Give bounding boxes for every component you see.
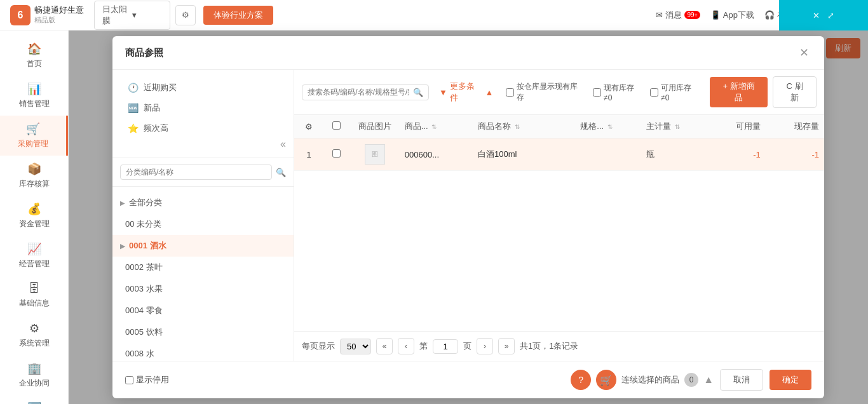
row-code-cell: 000600... [400,138,473,171]
warehouse-stock-checkbox[interactable] [506,88,514,97]
message-nav-item[interactable]: ✉ 消息 99+ [656,10,700,21]
quick-item-frequent[interactable]: ⭐ 频次高 [120,118,286,138]
sales-icon: 📊 [27,82,41,96]
sidebar-item-operation[interactable]: 📈 经营管理 [0,236,68,276]
message-badge: 99+ [684,11,700,19]
checkbox-current-stock[interactable]: 现有库存≠0 [593,83,642,102]
logo-area: 6 畅捷通好生意 精品版 [10,5,84,25]
col-check-header [323,115,349,138]
filter-icon: ▼ [439,88,447,97]
headset-icon: 🎧 [764,10,775,20]
cart-count-badge: 0 [684,373,698,387]
sidebar-item-home[interactable]: 🏠 首页 [0,36,68,76]
col-name-header[interactable]: 商品名称 ⇅ [473,115,575,138]
category-search-input[interactable] [120,165,272,180]
last-page-button[interactable]: » [498,338,515,354]
checkbox-available-stock[interactable]: 可用库存≠0 [650,83,700,102]
category-item-all[interactable]: ▶ 全部分类 [112,192,294,213]
category-item-00[interactable]: 00 未分类 [112,213,294,235]
modal-footer: 显示停用 ? 🛒 连续选择的商品 0 ▲ 取消 确定 [112,361,824,398]
col-num-header: ⚙ [294,115,323,138]
left-sidebar: 🏠 首页 📊 销售管理 🛒 采购管理 📦 库存核算 💰 资金管理 📈 经营管理 … [0,30,69,404]
col-unit-header[interactable]: 主计量 ⇅ [641,115,700,138]
row-name-cell: 白酒100ml [473,138,575,171]
expand-icon[interactable]: ⤢ [827,11,834,20]
sidebar-item-guide[interactable]: 🆕 新手引导 [0,395,68,404]
sort-unit-icon: ⇅ [675,123,680,130]
settings-col-icon[interactable]: ⚙ [305,122,313,131]
cart-area: ? 🛒 连续选择的商品 0 ▲ [571,370,714,390]
sidebar-item-finance[interactable]: 💰 资金管理 [0,196,68,236]
sidebar-item-basic[interactable]: 🗄 基础信息 [0,276,68,315]
settings-icon[interactable]: ⚙ [175,5,196,25]
trial-button[interactable]: 体验行业方案 [203,6,273,25]
search-icon[interactable]: 🔍 [413,88,423,97]
star-icon: ⭐ [128,123,139,133]
page-size-select[interactable]: 50 [340,339,371,354]
current-stock-checkbox[interactable] [593,88,601,97]
show-disabled-area: 显示停用 [125,374,169,386]
cart-icon[interactable]: 🛒 [596,370,616,390]
collapse-cart-button[interactable]: ▲ [703,374,714,386]
content-area: 查询 设置 刷新 商品参照 ✕ 🕐 [69,30,868,404]
current-page-input[interactable] [433,339,458,354]
product-reference-modal: 商品参照 ✕ 🕐 近期购买 🆕 [112,36,824,398]
sort-code-icon: ⇅ [431,123,437,130]
category-item-0003[interactable]: 0003 水果 [112,278,294,300]
category-search-area: 🔍 [112,158,294,187]
sidebar-item-sales[interactable]: 📊 销售管理 [0,76,68,116]
home-icon: 🏠 [27,42,41,56]
row-checkbox[interactable] [332,149,341,158]
next-page-button[interactable]: › [477,338,493,354]
row-num-cell: 1 [294,138,323,171]
category-item-0002[interactable]: 0002 茶叶 [112,257,294,278]
modal-toolbar: 🔍 ▼ 更多条件 ▲ 按仓库显示现有库存 [294,70,824,115]
branch-selector[interactable]: 日太阳膜 ▾ [94,1,170,30]
row-unit-cell: 瓶 [641,138,700,171]
basic-icon: 🗄 [29,282,40,295]
add-product-button[interactable]: + 新增商品 [710,77,768,107]
cancel-button[interactable]: 取消 [720,369,763,391]
stock-icon: 📦 [27,162,41,176]
sidebar-item-system[interactable]: ⚙ 系统管理 [0,315,68,355]
logo-text: 畅捷通好生意 精品版 [34,5,84,25]
sidebar-item-enterprise[interactable]: 🏢 企业协同 [0,355,68,395]
category-item-0004[interactable]: 0004 零食 [112,300,294,321]
product-search-input[interactable] [308,88,409,97]
purchase-icon: 🛒 [26,122,40,136]
select-all-checkbox[interactable] [332,121,341,130]
more-filter-button[interactable]: ▼ 更多条件 ▲ [434,78,498,106]
quick-item-recent[interactable]: 🕐 近期购买 [120,77,286,98]
sidebar-item-stock[interactable]: 📦 库存核算 [0,156,68,196]
collapse-left-panel-button[interactable]: « [280,138,286,150]
row-stock-cell: -1 [766,138,824,171]
modal-close-button[interactable]: ✕ [796,45,811,60]
col-spec-header[interactable]: 规格... ⇅ [575,115,641,138]
checkbox-warehouse-stock[interactable]: 按仓库显示现有库存 [506,81,585,103]
col-stock-header: 现存量 [766,115,824,138]
logo-icon: 6 [10,5,31,25]
app-download-item[interactable]: 📱 App下载 [710,10,754,21]
category-item-0001[interactable]: ▶ 0001 酒水 [112,235,294,257]
refresh-button[interactable]: C 刷新 [773,76,817,108]
first-page-button[interactable]: « [376,338,393,354]
category-item-0008[interactable]: 0008 水 [112,343,294,361]
table-row[interactable]: 1 图 000600... 白酒100ml [294,138,824,171]
guide-icon: 🆕 [27,401,41,404]
top-nav: 6 畅捷通好生意 精品版 日太阳膜 ▾ ⚙ 体验行业方案 ✉ 消息 99+ 📱 … [0,0,868,30]
category-list: ▶ 全部分类 00 未分类 ▶ 0001 酒水 0002 茶 [112,187,294,361]
close-icon[interactable]: ✕ [813,11,820,20]
sort-name-icon: ⇅ [515,123,520,130]
category-search-icon[interactable]: 🔍 [276,168,286,177]
available-stock-checkbox[interactable] [650,88,658,97]
modal-overlay: 商品参照 ✕ 🕐 近期购买 🆕 [69,30,868,404]
modal-header: 商品参照 ✕ [112,36,824,70]
sidebar-item-purchase[interactable]: 🛒 采购管理 [0,116,68,156]
show-disabled-checkbox[interactable] [125,376,133,384]
category-item-0005[interactable]: 0005 饮料 [112,321,294,343]
col-code-header[interactable]: 商品... ⇅ [400,115,473,138]
help-icon[interactable]: ? [571,370,591,390]
confirm-button[interactable]: 确定 [770,370,811,390]
quick-item-new[interactable]: 🆕 新品 [120,98,286,118]
prev-page-button[interactable]: ‹ [398,338,414,354]
